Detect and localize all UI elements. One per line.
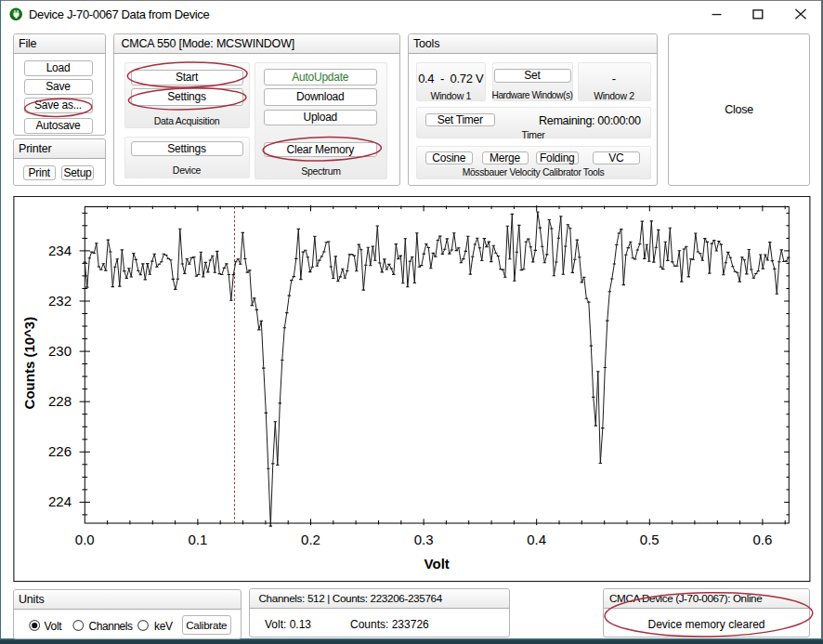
svg-text:224: 224 xyxy=(48,493,72,509)
svg-text:228: 228 xyxy=(48,393,72,409)
svg-text:232: 232 xyxy=(48,293,72,309)
svg-text:Volt: Volt xyxy=(425,556,450,572)
svg-text:0.6: 0.6 xyxy=(752,532,772,547)
svg-text:Counts (10^3): Counts (10^3) xyxy=(21,317,37,410)
svg-text:0.3: 0.3 xyxy=(414,532,434,547)
svg-text:0.2: 0.2 xyxy=(301,532,320,547)
svg-text:0.0: 0.0 xyxy=(75,532,95,547)
svg-text:0.4: 0.4 xyxy=(527,532,546,547)
svg-text:230: 230 xyxy=(48,343,72,359)
svg-text:0.5: 0.5 xyxy=(640,532,660,547)
svg-text:226: 226 xyxy=(48,443,72,459)
svg-text:0.1: 0.1 xyxy=(188,532,207,547)
svg-text:234: 234 xyxy=(48,243,72,258)
